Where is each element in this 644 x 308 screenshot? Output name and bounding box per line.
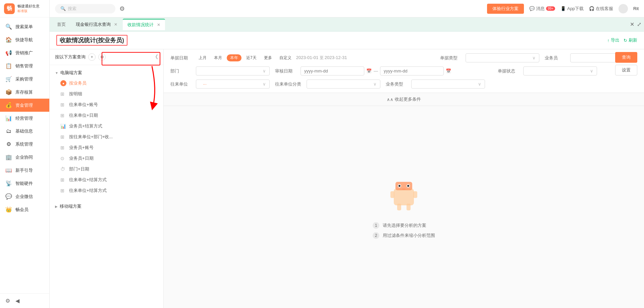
- search-bar[interactable]: 🔍 搜索: [55, 4, 115, 13]
- search-placeholder: 搜索: [68, 6, 76, 12]
- online-service-action[interactable]: 🎧 在线客服: [589, 6, 613, 12]
- sidebar-bottom: ⚙ ◀: [0, 293, 49, 308]
- close-all-button[interactable]: ✕: [630, 21, 634, 28]
- svg-rect-2: [413, 191, 417, 198]
- collapse-bar[interactable]: ∧∧ 收起更多条件: [164, 93, 644, 106]
- sidebar-item-quick-nav[interactable]: 🏠 快捷导航: [0, 33, 49, 46]
- query-buttons: 查询 设置: [615, 52, 637, 75]
- tab-receipts-stats[interactable]: 收款情况统计 ✕: [123, 19, 165, 30]
- sidebar-label-guide: 新手引导: [15, 167, 33, 173]
- query-button[interactable]: 查询: [615, 52, 637, 63]
- date-shortcuts: 上月 本月 本年 近7天 更多 自定义 2023-01-01 至 2023-12…: [196, 54, 347, 62]
- plan-item-salesman-settlement[interactable]: 📊 业务员+结算方式: [50, 121, 163, 132]
- salesman-account-icon: ⊞: [60, 145, 66, 150]
- sidebar-item-enterprise[interactable]: 🏢 企业协同: [0, 151, 49, 164]
- review-date-from[interactable]: [301, 66, 364, 75]
- message-action[interactable]: 💬 消息 99+: [529, 6, 555, 12]
- salesman-label: 业务员: [545, 55, 565, 61]
- partner-select[interactable]: ··· ∨: [196, 80, 270, 89]
- sidebar-item-sales[interactable]: 📋 销售管理: [0, 59, 49, 72]
- home-icon: 🏠: [5, 37, 12, 43]
- svg-point-9: [407, 185, 409, 187]
- sidebar-item-member[interactable]: 👑 畅会员: [0, 203, 49, 216]
- last-7-btn[interactable]: 近7天: [244, 54, 259, 62]
- review-date-group: 📅 — 📅: [301, 66, 492, 75]
- custom-btn[interactable]: 自定义: [277, 54, 294, 62]
- plan-collapse-button[interactable]: 《: [153, 54, 158, 61]
- tab-bank-flow-label: 现金银行流水查询: [76, 21, 111, 28]
- inventory-icon: 📦: [5, 89, 12, 95]
- plan-item-by-detail[interactable]: ⊞ 按明细: [50, 89, 163, 99]
- app-download-action[interactable]: 📱 App下载: [560, 6, 584, 12]
- sidebar-item-marketing[interactable]: 📢 营销推广: [0, 46, 49, 59]
- biz-type-select[interactable]: ∨: [411, 80, 485, 89]
- sidebar-item-purchase[interactable]: 🛒 采购管理: [0, 72, 49, 86]
- filter-area: 单据日期 上月 本月 本年 近7天 更多 自定义 2023-01-01 至 20…: [164, 49, 644, 93]
- filter-row-3: 往来单位 ··· ∨ 往来单位分类 ∨ 业务类型: [170, 80, 637, 89]
- voucher-type-select[interactable]: ∨: [466, 53, 539, 62]
- plan-item-salesman-date[interactable]: ⊙ 业务员+日期: [50, 153, 163, 164]
- empty-tip-1: 1 请先选择要分析的方案: [373, 222, 435, 229]
- plan-item-unit-account[interactable]: ⊞ 往来单位+账号: [50, 99, 163, 110]
- desktop-section-label: 电脑端方案: [60, 70, 82, 76]
- desktop-section-header[interactable]: ▼ 电脑端方案: [50, 68, 163, 78]
- sidebar-item-guide[interactable]: 📖 新手引导: [0, 164, 49, 177]
- sidebar-item-wechat[interactable]: 💬 企业微信: [0, 190, 49, 203]
- review-date-to[interactable]: [380, 66, 444, 75]
- tab-bank-flow[interactable]: 现金银行流水查询 ✕: [71, 19, 122, 30]
- sidebar-item-finance[interactable]: 💰 资金管理: [0, 99, 49, 112]
- sidebar-item-inventory[interactable]: 📦 库存核算: [0, 86, 49, 99]
- plan-item-dept-date[interactable]: ⏱ 部门+日期: [50, 164, 163, 174]
- plan-add-button[interactable]: +: [88, 53, 96, 61]
- dept-select[interactable]: ∨: [196, 66, 270, 75]
- plan-header-title: 按以下方案查询: [55, 54, 86, 60]
- sidebar-item-hardware[interactable]: 📡 智能硬件: [0, 177, 49, 190]
- voucher-status-select[interactable]: ∨: [523, 66, 597, 75]
- app-icon: 📱: [560, 6, 566, 11]
- export-button[interactable]: ↑ 导出: [607, 37, 620, 43]
- partner-category-chevron: ∨: [373, 82, 377, 87]
- partner-more-btn[interactable]: ···: [203, 82, 207, 87]
- service-icon: 🎧: [589, 6, 594, 11]
- trial-button[interactable]: 体验行业方案: [487, 4, 524, 14]
- this-year-btn[interactable]: 本年: [227, 54, 241, 61]
- sidebar-settings-icon[interactable]: ⚙: [5, 298, 10, 304]
- plan-item-unit-settlement2-label: 往来单位+结算方式: [69, 188, 107, 194]
- last-month-btn[interactable]: 上月: [196, 54, 209, 62]
- plan-item-unit-settlement1[interactable]: ⊞ 往来单位+结算方式: [50, 174, 163, 185]
- tab-bank-flow-close[interactable]: ✕: [114, 22, 117, 27]
- sidebar-label-hardware: 智能硬件: [15, 181, 33, 187]
- sidebar-item-base-info[interactable]: 🗂 基础信息: [0, 125, 49, 138]
- sales-icon: 📋: [5, 63, 12, 69]
- partner-category-label: 往来单位分类: [275, 81, 301, 87]
- expand-button[interactable]: ⤢: [637, 21, 641, 28]
- body-split: 按以下方案查询 + ⚙ 《 ▼ 电脑端方案 ● 按业务员 ⊞: [50, 49, 644, 308]
- refresh-button[interactable]: ↻ 刷新: [624, 37, 637, 43]
- sidebar-collapse-icon[interactable]: ◀: [15, 298, 19, 304]
- sidebar-item-system[interactable]: ⚙ 系统管理: [0, 138, 49, 151]
- plan-item-unit-settlement2[interactable]: ⊞ 往来单位+结算方式: [50, 185, 163, 196]
- plan-item-by-salesman[interactable]: ● 按业务员: [50, 78, 163, 89]
- more-btn[interactable]: 更多: [261, 54, 275, 62]
- plan-item-dept-date-label: 部门+日期: [69, 166, 89, 172]
- detail-icon: ⊞: [60, 91, 66, 97]
- mobile-section-header[interactable]: ▶ 移动端方案: [50, 201, 163, 211]
- this-month-btn[interactable]: 本月: [211, 54, 225, 62]
- user-avatar[interactable]: [619, 4, 628, 13]
- header-gear-icon[interactable]: ⚙: [119, 5, 125, 12]
- plan-item-unit-date[interactable]: ⊞ 往来单位+日期: [50, 110, 163, 121]
- tab-receipts-stats-close[interactable]: ✕: [157, 22, 160, 27]
- plan-item-salesman-account[interactable]: ⊞ 业务员+账号: [50, 142, 163, 153]
- plan-settings-button[interactable]: ⚙: [98, 53, 106, 61]
- tab-home[interactable]: 首页: [52, 19, 70, 30]
- sidebar-item-operations[interactable]: 📊 经营管理: [0, 112, 49, 125]
- plan-item-unit-dept-receipt[interactable]: ⊞ 按往来单位+部门+收...: [50, 132, 163, 142]
- filter-settings-button[interactable]: 设置: [615, 65, 637, 75]
- export-label: 导出: [611, 37, 620, 43]
- sidebar-label-system: 系统管理: [15, 141, 33, 147]
- sidebar-item-search-menu[interactable]: 🔍 搜索菜单: [0, 20, 49, 33]
- unit-settle1-icon: ⊞: [60, 177, 66, 183]
- partner-category-select[interactable]: ∨: [307, 80, 380, 89]
- system-icon: ⚙: [5, 141, 12, 147]
- message-icon: 💬: [529, 6, 535, 11]
